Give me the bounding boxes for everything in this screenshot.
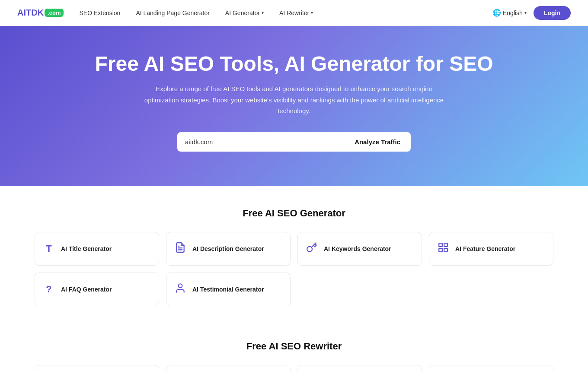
generator-section: Free AI SEO Generator T AI Title Generat… [0, 186, 588, 319]
ai-feature-rewriter-card[interactable]: AI Feature Rewriter [429, 365, 553, 371]
language-label: English [503, 10, 523, 16]
rewriter-section-title: Free AI SEO Rewriter [35, 341, 553, 352]
key-icon [306, 242, 318, 256]
rewriter-section: Free AI SEO Rewriter AI Title Rewriter A… [0, 319, 588, 371]
ai-rewriter-chevron-icon: ▾ [311, 10, 313, 15]
nav-ai-rewriter[interactable]: AI Rewriter ▾ [279, 10, 313, 16]
question-icon: ? [43, 284, 55, 295]
nav-ai-generator[interactable]: AI Generator ▾ [225, 10, 264, 16]
hero-section: Free AI SEO Tools, AI Generator for SEO … [0, 26, 588, 186]
ai-faq-generator-card[interactable]: ? AI FAQ Generator [35, 273, 159, 306]
hero-subtext: Explore a range of free AI SEO tools and… [138, 83, 450, 117]
logo[interactable]: AITDK .com [17, 8, 64, 18]
title-icon: T [43, 243, 55, 254]
ai-title-generator-label: AI Title Generator [61, 245, 112, 252]
ai-description-rewriter-card[interactable]: AI Description Rewriter [166, 365, 291, 371]
nav-right: 🌐 English ▾ Login [492, 6, 571, 20]
hero-heading: Free AI SEO Tools, AI Generator for SEO [17, 52, 571, 76]
person-icon [174, 282, 186, 296]
login-button[interactable]: Login [534, 6, 571, 20]
ai-feature-generator-label: AI Feature Generator [455, 245, 515, 252]
empty-slot-1 [297, 273, 422, 306]
globe-icon: 🌐 [492, 9, 501, 17]
language-selector[interactable]: 🌐 English ▾ [492, 9, 527, 17]
ai-title-generator-card[interactable]: T AI Title Generator [35, 232, 159, 266]
generator-row-2: ? AI FAQ Generator AI Testimonial Genera… [35, 273, 553, 306]
ai-generator-chevron-icon: ▾ [262, 10, 264, 15]
ai-keywords-generator-card[interactable]: AI Keywords Generator [297, 232, 422, 266]
ai-description-generator-card[interactable]: AI Description Generator [166, 232, 291, 266]
ai-description-generator-label: AI Description Generator [192, 245, 264, 252]
ai-testimonial-generator-label: AI Testimonial Generator [192, 286, 264, 293]
ai-title-rewriter-card[interactable]: AI Title Rewriter [35, 365, 159, 371]
search-bar: Analyze Traffic [177, 132, 411, 152]
language-chevron-icon: ▾ [524, 10, 527, 15]
ai-keywords-rewriter-card[interactable]: AI Keywords Rewriter [297, 365, 422, 371]
svg-rect-6 [439, 248, 442, 252]
ai-faq-generator-label: AI FAQ Generator [61, 286, 112, 293]
logo-text: AITDK [17, 8, 44, 18]
generator-section-title: Free AI SEO Generator [35, 208, 553, 219]
nav-left: AITDK .com SEO Extension AI Landing Page… [17, 8, 313, 18]
svg-rect-3 [439, 243, 442, 247]
ai-keywords-generator-label: AI Keywords Generator [324, 245, 391, 252]
doc-icon [174, 242, 186, 256]
nav-seo-extension[interactable]: SEO Extension [79, 10, 120, 16]
svg-rect-5 [444, 248, 447, 252]
ai-feature-generator-card[interactable]: AI Feature Generator [429, 232, 553, 266]
empty-slot-2 [429, 273, 553, 306]
rewriter-row-1: AI Title Rewriter AI Description Rewrite… [35, 365, 553, 371]
logo-badge: .com [45, 9, 64, 17]
generator-row-1: T AI Title Generator AI Description Gene… [35, 232, 553, 266]
nav-ai-landing-page[interactable]: AI Landing Page Generator [136, 10, 209, 16]
analyze-traffic-button[interactable]: Analyze Traffic [344, 132, 411, 152]
url-input[interactable] [177, 132, 344, 152]
svg-point-7 [179, 284, 182, 288]
ai-testimonial-generator-card[interactable]: AI Testimonial Generator [166, 273, 291, 306]
navbar: AITDK .com SEO Extension AI Landing Page… [0, 0, 588, 26]
svg-rect-4 [444, 243, 447, 247]
grid-icon [437, 242, 449, 256]
